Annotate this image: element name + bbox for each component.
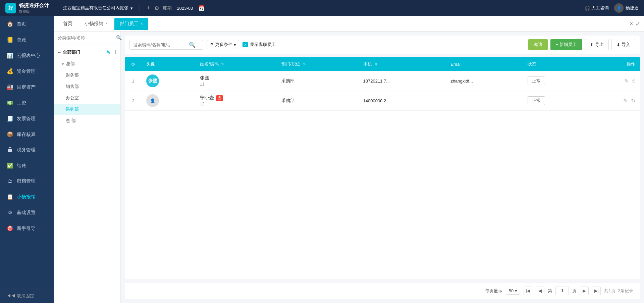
col-gear[interactable]: ⚙ (125, 57, 142, 71)
tab-dept-close[interactable]: × (141, 21, 143, 26)
dept-search: 🔍 (54, 32, 120, 44)
more-filter-label: 更多条件 (215, 42, 232, 48)
actions-cell-2: ✎ ↻ (588, 91, 640, 111)
sidebar-item-tax[interactable]: 🏛 税务管理 (0, 142, 54, 158)
table-body: 1 张熙 张熙 11 (125, 71, 640, 111)
expand-tab-btn[interactable]: ⤢ (636, 20, 640, 27)
sidebar-item-settings[interactable]: ⚙ 基础设置 (0, 205, 54, 220)
add-icon[interactable]: + (147, 5, 150, 12)
status-cell-2: 正常 (523, 91, 588, 111)
dept-cell-1: 采购部 (277, 71, 358, 91)
sidebar-item-ledger[interactable]: 📒 总账 (0, 32, 54, 48)
sidebar-item-inventory[interactable]: 📦 库存核算 (0, 127, 54, 142)
table-head: ⚙ 头像 姓名/编码 ⇅ 部门/职位 ⇅ (125, 57, 640, 71)
dept-collapse-icon[interactable]: 《 (112, 50, 116, 55)
tabs-right: × ⤢ (630, 20, 640, 27)
company-selector[interactable]: 江西服宝精品有限责任公司内账张 ▾ (63, 5, 133, 11)
tab-dept[interactable]: 部门员工 × (114, 18, 148, 30)
last-page-btn[interactable]: ▶| (592, 287, 601, 295)
search-wrap: 🔍 (129, 40, 203, 50)
col-name[interactable]: 姓名/编码 ⇅ (195, 57, 277, 71)
dept-edit-icon[interactable]: ✎ (106, 50, 110, 55)
col-status: 状态 (523, 57, 588, 71)
service-label: 人工咨询 (591, 5, 609, 11)
settings-icon[interactable]: ⚙ (154, 5, 159, 11)
sidebar-item-assets[interactable]: 🏭 固定资产 (0, 79, 54, 95)
dept-label: 总部 (66, 61, 75, 67)
phone-cell-1: 18720211 7... (359, 71, 446, 91)
sidebar-label-closing: 结账 (17, 163, 26, 169)
dept-search-input[interactable] (58, 35, 114, 40)
dept-node-office[interactable]: 办公室 (54, 92, 120, 104)
sidebar-label-reports: 云报表中心 (17, 53, 40, 59)
avatar-icon: 👤 (616, 6, 622, 10)
dept-office-label: 办公室 (66, 95, 79, 101)
prev-page-btn[interactable]: ◀ (536, 287, 544, 295)
sidebar: 🏠 首页 📒 总账 📊 云报表中心 💰 资金管理 🏭 固定资产 💵 工资 🧾 发… (0, 16, 54, 303)
sidebar-item-finance[interactable]: 💰 资金管理 (0, 63, 54, 79)
dept-node-finance[interactable]: 财务部 (54, 69, 120, 81)
sidebar-item-home[interactable]: 🏠 首页 (0, 16, 54, 32)
sidebar-label-assets: 固定资产 (17, 84, 36, 90)
tax-icon: 🏛 (7, 147, 13, 153)
dept-node-general-hq[interactable]: 总 部 (54, 115, 120, 127)
edit-icon-1[interactable]: ✎ (624, 78, 629, 84)
avatar-icon-2: 👤 (150, 98, 155, 103)
refresh-icon-2[interactable]: ↻ (631, 98, 635, 104)
right-panel: 🔍 ⚗ 更多条件 ▾ ✓ 显示离职员工 邀请 (121, 32, 644, 303)
per-page-select[interactable]: 50 ▾ (506, 287, 520, 295)
sidebar-item-archive[interactable]: 🗂 归档管理 (0, 173, 54, 189)
show-resigned-label: 显示离职员工 (250, 42, 276, 48)
page-input[interactable] (555, 287, 569, 295)
col-email: Email (446, 57, 523, 71)
invite-button[interactable]: 邀请 (528, 39, 548, 50)
next-page-btn[interactable]: ▶ (580, 287, 589, 295)
sidebar-item-invoice[interactable]: 🧾 发票管理 (0, 111, 54, 127)
sidebar-label-home: 首页 (17, 21, 26, 27)
user-name: 畅捷通 (626, 5, 639, 11)
toolbar: 🔍 ⚗ 更多条件 ▾ ✓ 显示离职员工 邀请 (125, 36, 640, 54)
show-resigned-checkbox[interactable]: ✓ (243, 42, 248, 47)
period-label: 账期 (163, 5, 172, 11)
export-button[interactable]: ⬆ 导出 (585, 39, 609, 50)
sidebar-item-guide[interactable]: 🎯 新手引导 (0, 220, 54, 236)
col-phone[interactable]: 手机 ⇅ (359, 57, 446, 71)
tab-home[interactable]: 首页 (58, 18, 78, 30)
first-page-btn[interactable]: |◀ (524, 287, 532, 295)
sidebar-label-ledger: 总账 (17, 37, 26, 43)
sidebar-item-closing[interactable]: ✅ 结账 (0, 158, 54, 173)
company-name: 江西服宝精品有限责任公司内账张 (63, 5, 128, 11)
logout-icon-1[interactable]: ⎋ (632, 78, 635, 84)
more-filter-button[interactable]: ⚗ 更多条件 ▾ (207, 40, 239, 49)
unpin-button[interactable]: ◀◀ 取消固定 (0, 289, 54, 303)
employee-table: ⚙ 头像 姓名/编码 ⇅ 部门/职位 ⇅ (125, 57, 640, 111)
finance-icon: 💰 (7, 68, 13, 74)
search-input[interactable] (133, 42, 187, 47)
dept-node-sales[interactable]: 销售部 (54, 81, 120, 92)
sidebar-item-salary[interactable]: 💵 工资 (0, 95, 54, 111)
dept-all-item[interactable]: ▪▪ 全部部门 ✎ 《 (54, 47, 120, 58)
sidebar-item-expense[interactable]: 📋 小畅报销 (0, 189, 54, 205)
col-dept[interactable]: 部门/职位 ⇅ (277, 57, 358, 71)
sidebar-item-reports[interactable]: 📊 云报表中心 (0, 48, 54, 63)
user-info[interactable]: 👤 畅捷通 (614, 3, 639, 13)
row-num-2: 2 (125, 91, 142, 111)
add-employee-button[interactable]: + 新增员工 (550, 39, 582, 50)
calendar-icon[interactable]: 📅 (198, 5, 205, 11)
dept-node-purchase[interactable]: 采购部 (54, 104, 120, 115)
close-tab-btn[interactable]: × (630, 21, 633, 27)
salary-icon: 💵 (7, 100, 13, 106)
import-button[interactable]: ⬇ 导入 (611, 39, 635, 50)
tab-expense[interactable]: 小畅报销 × (79, 18, 113, 30)
inventory-icon: 📦 (7, 131, 13, 138)
logo-area: 好 畅捷通好会计 旗舰版 (5, 2, 56, 14)
edit-icon-2[interactable]: ✎ (623, 98, 628, 104)
chevron-down-icon: ▾ (234, 42, 236, 47)
tab-expense-close[interactable]: × (105, 21, 108, 26)
content-area: 首页 小畅报销 × 部门员工 × × ⤢ 🔍 (54, 16, 644, 303)
search-icon[interactable]: 🔍 (189, 42, 196, 48)
avatar-text-1: 张熙 (148, 78, 157, 84)
avatar-2: 👤 (146, 94, 159, 107)
service-button[interactable]: 🎧 人工咨询 (585, 5, 609, 11)
dept-node-headquarters[interactable]: ▾ 总部 (54, 58, 120, 69)
